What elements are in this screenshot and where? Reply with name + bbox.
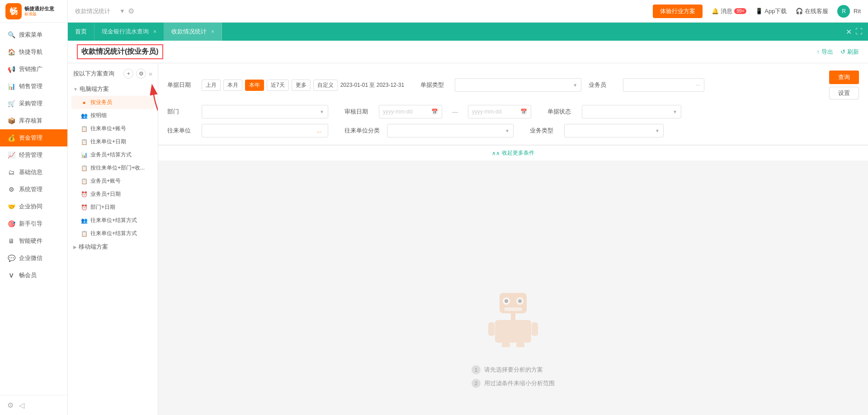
- breadcrumb-text: 收款情况统计: [75, 7, 110, 15]
- doc-status-select[interactable]: ▼: [582, 105, 681, 118]
- doc-type-select[interactable]: ▼: [455, 78, 581, 92]
- sidebar-item-marketing[interactable]: 📢 营销推广: [0, 61, 67, 78]
- scheme-item-by-salesperson[interactable]: ● 按业务员: [71, 96, 154, 109]
- app-logo-text: 畅捷通好生意 标准版: [24, 5, 54, 17]
- tab-collection-stat-close[interactable]: ×: [211, 28, 214, 35]
- sidebar-item-finance[interactable]: 💰 资金管理: [0, 129, 67, 146]
- content-area: 按以下方案查询 + ⚙ « ▼ 电脑端方案: [68, 63, 868, 415]
- collapse-bar[interactable]: ∧∧ 收起更多条件: [158, 145, 868, 160]
- header-gear-icon[interactable]: ⚙: [128, 7, 134, 15]
- date-btn-last-month[interactable]: 上月: [202, 80, 221, 91]
- online-service-item[interactable]: 🎧 在线客服: [796, 7, 828, 15]
- date-btn-more[interactable]: 更多: [292, 80, 311, 91]
- date-btn-custom[interactable]: 自定义: [313, 80, 338, 91]
- tab-fullscreen-icon[interactable]: ⛶: [855, 28, 863, 36]
- scheme-panel-header: 按以下方案查询 + ⚙ «: [68, 63, 158, 82]
- scheme-item-icon-partner-date: 📋: [80, 138, 88, 146]
- salesperson-select[interactable]: ···: [623, 78, 704, 92]
- scheme-add-btn[interactable]: +: [123, 69, 133, 79]
- scheme-item-partner-date[interactable]: 📋 往来单位+日期: [71, 135, 154, 148]
- scheme-collapse-btn[interactable]: «: [149, 70, 152, 77]
- sidebar-item-basic[interactable]: 🗂 基础信息: [0, 164, 67, 181]
- date-btn-this-month[interactable]: 本月: [223, 80, 242, 91]
- tab-bank-flow-close[interactable]: ×: [153, 28, 156, 35]
- inventory-icon: 📦: [7, 117, 15, 125]
- mobile-group-header[interactable]: ▶ 移动端方案: [71, 240, 154, 254]
- partner-more-icon[interactable]: ...: [317, 127, 321, 134]
- scheme-item-by-detail[interactable]: 👥 按明细: [71, 109, 154, 122]
- sidebar-item-wechat[interactable]: 💬 企业微信: [0, 250, 67, 267]
- biz-type-select[interactable]: ▼: [564, 124, 664, 137]
- app-download-item[interactable]: 📱 App下载: [755, 7, 787, 15]
- salesperson-more-icon: ···: [696, 82, 700, 88]
- tab-bank-flow[interactable]: 现金银行流水查询 ×: [94, 23, 164, 41]
- scheme-item-icon-sp-account: 📋: [80, 178, 88, 185]
- sidebar-item-search-menu[interactable]: 🔍 搜索菜单: [0, 26, 67, 43]
- empty-step-1: 1 请先选择要分析的方案: [472, 365, 555, 374]
- message-badge: 99+: [734, 8, 746, 14]
- scheme-item-dept-date[interactable]: ⏰ 部门+日期: [71, 201, 154, 214]
- filter-row-2: 部门 ▼ 审核日期 yyyy-mm-dd 📅 — yyyy-mm-dd: [167, 105, 859, 118]
- filter-row-3: 往来单位 ... 往来单位分类 ▼ 业务类型 ▼: [167, 124, 859, 137]
- svg-rect-12: [516, 343, 524, 347]
- scheme-item-partner-account[interactable]: 📋 往来单位+账号: [71, 122, 154, 135]
- partner-category-label: 往来单位分类: [344, 127, 380, 135]
- user-avatar[interactable]: R Rit: [837, 5, 861, 18]
- message-icon: 🔔: [712, 8, 719, 14]
- sidebar-item-member[interactable]: V 畅会员: [0, 267, 67, 284]
- scheme-settings-btn[interactable]: ⚙: [136, 69, 146, 79]
- sidebar-item-sales[interactable]: 📊 销售管理: [0, 78, 67, 95]
- sidebar-item-enterprise[interactable]: 🤝 企业协同: [0, 198, 67, 215]
- trial-btn[interactable]: 体验行业方案: [653, 5, 703, 18]
- dept-select[interactable]: ▼: [202, 105, 328, 118]
- sidebar-item-purchase[interactable]: 🛒 采购管理: [0, 95, 67, 112]
- tab-home[interactable]: 首页: [68, 23, 94, 41]
- desktop-group-header[interactable]: ▼ 电脑端方案: [71, 82, 154, 96]
- tab-bar-end: ✕ ⛶: [846, 23, 868, 41]
- sidebar-item-guide[interactable]: 🎯 新手引导: [0, 215, 67, 232]
- empty-area: 1 请先选择要分析的方案 2 用过滤条件来缩小分析范围: [158, 160, 868, 415]
- svg-rect-6: [504, 307, 522, 311]
- empty-steps: 1 请先选择要分析的方案 2 用过滤条件来缩小分析范围: [472, 365, 555, 388]
- tab-close-all-icon[interactable]: ✕: [846, 28, 852, 36]
- smart-hw-icon: 🖥: [7, 237, 15, 245]
- sidebar: 畅 畅捷通好生意 标准版 🔍 搜索菜单 🏠 快捷导航 📢 营销推广 📊 销售管理…: [0, 0, 68, 415]
- scheme-item-partner-settle1[interactable]: 👥 往来单位+结算方式: [71, 214, 154, 227]
- scheme-item-salesperson-settle[interactable]: 📊 业务员+结算方式: [71, 148, 154, 161]
- scheme-item-by-partner-dept[interactable]: 📋 按往来单位+部门+收...: [71, 161, 154, 174]
- svg-rect-9: [488, 322, 495, 336]
- dept-label: 部门: [167, 108, 194, 116]
- review-date-end[interactable]: yyyy-mm-dd 📅: [468, 105, 531, 118]
- breadcrumb-dropdown-icon[interactable]: ▼: [119, 8, 125, 14]
- tab-collection-stat[interactable]: 收款情况统计 ×: [164, 23, 222, 41]
- sidebar-item-operation[interactable]: 📈 经营管理: [0, 146, 67, 164]
- step-num-2: 2: [472, 379, 481, 388]
- scheme-item-salesperson-account[interactable]: 📋 业务员+账号: [71, 174, 154, 188]
- partner-category-select[interactable]: ▼: [387, 124, 514, 137]
- settings-bottom-icon[interactable]: ⚙: [7, 401, 14, 410]
- date-btn-this-year[interactable]: 本年: [245, 80, 264, 91]
- message-item[interactable]: 🔔 消息 99+: [712, 7, 746, 15]
- query-btn[interactable]: 查询: [829, 71, 859, 84]
- date-btn-7days[interactable]: 近7天: [267, 80, 289, 91]
- empty-step-2: 2 用过滤条件来缩小分析范围: [472, 379, 555, 388]
- dept-arrow: ▼: [320, 109, 324, 114]
- sidebar-item-quick-nav[interactable]: 🏠 快捷导航: [0, 43, 67, 61]
- sidebar-logo: 畅 畅捷通好生意 标准版: [0, 0, 67, 23]
- sidebar-item-system[interactable]: ⚙ 系统管理: [0, 181, 67, 198]
- sidebar-item-inventory[interactable]: 📦 库存核算: [0, 112, 67, 129]
- scheme-panel: 按以下方案查询 + ⚙ « ▼ 电脑端方案: [68, 63, 158, 415]
- setting-btn[interactable]: 设置: [829, 87, 859, 99]
- sidebar-item-smart-hw[interactable]: 🖥 智能硬件: [0, 232, 67, 250]
- refresh-btn[interactable]: ↺ 刷新: [840, 48, 859, 56]
- member-icon: V: [7, 271, 15, 279]
- scheme-item-salesperson-date[interactable]: ⏰ 业务员+日期: [71, 188, 154, 201]
- review-date-start[interactable]: yyyy-mm-dd 📅: [379, 105, 442, 118]
- export-btn[interactable]: ↑ 导出: [817, 48, 834, 56]
- scheme-item-icon-ps1: 👥: [80, 217, 88, 224]
- collapse-bottom-icon[interactable]: ◁: [19, 401, 24, 410]
- scheme-item-icon-dept-date: ⏰: [80, 204, 88, 211]
- partner-select[interactable]: ...: [202, 124, 328, 137]
- main-area: 收款情况统计 ▼ ⚙ 体验行业方案 🔔 消息 99+ 📱 App下载 🎧 在线客…: [68, 0, 868, 415]
- scheme-item-partner-settle2[interactable]: 📋 往来单位+结算方式: [71, 227, 154, 240]
